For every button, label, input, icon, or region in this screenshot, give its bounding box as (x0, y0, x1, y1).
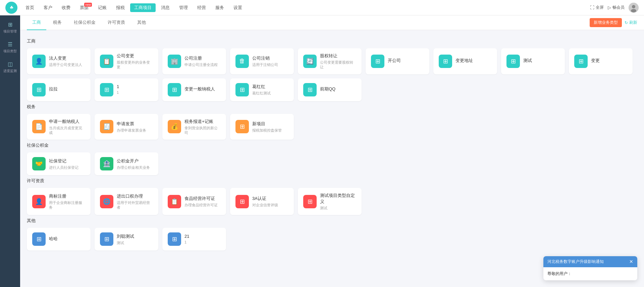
nav-item-经营[interactable]: 经营 (193, 3, 210, 12)
card-食品经营许可证[interactable]: 📋食品经营许可证办理食品经营许可证 (162, 188, 226, 215)
card-desc-text: 当月或次月成变更完成 (49, 126, 85, 135)
card-desc-text: 1 (184, 240, 189, 244)
tab-社保公积金[interactable]: 社保公积金 (68, 15, 101, 30)
card-申请发票[interactable]: 🧾申请发票办理申请发票业务 (95, 114, 158, 140)
card-desc-text: 适用于对外贸易经营者 (117, 200, 153, 210)
card-desc-text: 适用于公司变更法人 (49, 62, 82, 67)
main-wrap: 工商税务社保公积金许可资质其他 新增业务类型 ↻ 刷新 工商👤法人变更适用于公司… (20, 15, 644, 287)
tab-其他[interactable]: 其他 (132, 15, 151, 30)
card-desc-text: 对企业信誉评级 (252, 203, 278, 207)
nav-right: ⛶ 全屏 ▷ 畅会员 (590, 3, 639, 13)
card-icon-申请发票: 🧾 (100, 120, 113, 133)
nav-item-消息[interactable]: 消息 (157, 3, 174, 12)
card-商标注册[interactable]: 👤商标注册用于企业商标注册服务 (27, 188, 91, 215)
card-icon-公积金开户: 🏦 (100, 157, 113, 170)
card-desc-text: 进行人员社保登记 (49, 165, 78, 170)
card-desc-text: 葛红红测试 (252, 91, 271, 95)
card-text-前期QQ: 前期QQ (320, 86, 335, 93)
card-拉拉[interactable]: ⊞拉拉 (27, 78, 91, 101)
nav-item-收费[interactable]: 收费 (58, 3, 74, 12)
nav-item-设置[interactable]: 设置 (229, 3, 246, 12)
card-text-测试项目类型自定义: 测试项目类型自定义测试 (320, 193, 356, 210)
card-icon-哈哈: ⊞ (32, 232, 46, 246)
card-icon-公司变更: 📋 (100, 55, 113, 68)
card-icon-1: ⊞ (100, 83, 113, 96)
card-title-text: 21 (184, 234, 189, 239)
card-开公司[interactable]: ⊞开公司 (366, 48, 429, 74)
card-哈哈[interactable]: ⊞哈哈 (27, 228, 91, 250)
card-title-text: 公司注册 (184, 55, 218, 61)
sidebar-icon-2: ◫ (6, 60, 14, 68)
card-测试项目类型自定义[interactable]: ⊞测试项目类型自定义测试 (298, 188, 362, 215)
nav-item-工商项目[interactable]: 工商项目 (130, 3, 156, 12)
card-text-食品经营许可证: 食品经营许可证办理食品经营许可证 (184, 196, 218, 207)
sidebar-item-项目管理[interactable]: ⊞项目管理 (1, 18, 19, 37)
tab-许可资质[interactable]: 许可资质 (102, 15, 130, 30)
nav-item-票据[interactable]: 票据new (76, 3, 93, 12)
refresh-button[interactable]: ↻ 刷新 (625, 20, 637, 25)
card-新项目[interactable]: ⊞新项目报税加税控盘保管 (230, 114, 294, 140)
vip-btn[interactable]: ▷ 畅会员 (608, 5, 625, 10)
card-前期QQ[interactable]: ⊞前期QQ (298, 78, 362, 101)
card-社保登记[interactable]: 🤝社保登记进行人员社保登记 (27, 152, 91, 175)
section-title-其他: 其他 (27, 218, 637, 224)
card-title-text: 变更地址 (455, 58, 473, 64)
card-text-申请一般纳税人: 申请一般纳税人当月或次月成变更完成 (49, 119, 85, 135)
card-title-text: 股权转让 (320, 53, 356, 59)
card-text-21: 211 (184, 234, 189, 244)
content-area: 工商👤法人变更适用于公司变更法人📋公司变更股权变更外的业务变更🏢公司注册申请公司… (20, 30, 644, 259)
card-icon-变更: ⊞ (574, 55, 588, 68)
nav-item-报税[interactable]: 报税 (112, 3, 129, 12)
card-测试[interactable]: ⊞测试 (501, 48, 565, 74)
card-desc-text: 测试 (320, 206, 356, 210)
card-股权转让[interactable]: 🔄股权转让公司变更需要股权转让 (298, 48, 362, 74)
card-icon-3A认证: ⊞ (235, 195, 249, 208)
card-税务报道+记账[interactable]: 💰税务报道+记账拿到营业执照的新公司 (162, 114, 226, 140)
nav-item-客户[interactable]: 客户 (40, 3, 56, 12)
card-变更地址[interactable]: ⊞变更地址 (433, 48, 497, 74)
avatar[interactable] (629, 3, 639, 13)
card-desc-text: 办理申请发票业务 (117, 128, 146, 133)
notification-header: 河北税务数字账户升级影响通知 ✕ (543, 256, 637, 267)
card-公司注册[interactable]: 🏢公司注册申请公司注册全流程 (162, 48, 226, 74)
sidebar-item-项目类型[interactable]: ☰项目类型 (1, 38, 19, 56)
tab-税务[interactable]: 税务 (48, 15, 67, 30)
notification-close-button[interactable]: ✕ (629, 259, 633, 264)
card-title-text: 前期QQ (320, 86, 335, 92)
card-刘聪测试[interactable]: ⊞刘聪测试测试 (95, 228, 158, 250)
new-type-button[interactable]: 新增业务类型 (590, 18, 622, 27)
card-变更一般纳税人[interactable]: ⊞变更一般纳税人 (162, 78, 226, 101)
nav-item-记账[interactable]: 记账 (94, 3, 111, 12)
card-3A认证[interactable]: ⊞3A认证对企业信誉评级 (230, 188, 294, 215)
nav-item-首页[interactable]: 首页 (21, 3, 38, 12)
card-公积金开户[interactable]: 🏦公积金开户办理公积金相关业务 (95, 152, 158, 175)
card-法人变更[interactable]: 👤法人变更适用于公司变更法人 (27, 48, 91, 74)
card-1[interactable]: ⊞11 (95, 78, 158, 101)
card-葛红红[interactable]: ⊞葛红红葛红红测试 (230, 78, 294, 101)
card-进出口权办理[interactable]: 🌐进出口权办理适用于对外贸易经营者 (95, 188, 158, 215)
card-公司注销[interactable]: 🗑公司注销适用于注销公司 (230, 48, 294, 74)
card-变更[interactable]: ⊞变更 (569, 48, 633, 74)
sidebar-item-进度监测[interactable]: ◫进度监测 (1, 58, 19, 76)
card-21[interactable]: ⊞211 (162, 228, 226, 250)
card-title-text: 测试项目类型自定义 (320, 193, 356, 205)
section-title-许可资质: 许可资质 (27, 178, 637, 184)
card-title-text: 社保登记 (49, 158, 78, 164)
card-desc-text: 申请公司注册全流程 (184, 62, 218, 67)
card-title-text: 葛红红 (252, 84, 271, 90)
card-icon-拉拉: ⊞ (32, 83, 46, 96)
card-title-text: 变更一般纳税人 (184, 86, 215, 92)
fullscreen-btn[interactable]: ⛶ 全屏 (590, 5, 604, 10)
card-申请一般纳税人[interactable]: 📄申请一般纳税人当月或次月成变更完成 (27, 114, 91, 140)
nav-item-管理[interactable]: 管理 (175, 3, 192, 12)
nav-item-服务[interactable]: 服务 (211, 3, 228, 12)
card-title-text: 哈哈 (49, 236, 58, 242)
card-text-社保登记: 社保登记进行人员社保登记 (49, 158, 78, 170)
card-公司变更[interactable]: 📋公司变更股权变更外的业务变更 (95, 48, 158, 74)
card-title-text: 开公司 (388, 58, 401, 64)
card-icon-前期QQ: ⊞ (303, 83, 317, 96)
cards-grid-许可资质: 👤商标注册用于企业商标注册服务🌐进出口权办理适用于对外贸易经营者📋食品经营许可证… (27, 188, 637, 215)
tab-工商[interactable]: 工商 (27, 15, 46, 30)
notification-title: 河北税务数字账户升级影响通知 (547, 259, 604, 265)
card-title-text: 3A认证 (252, 196, 278, 202)
